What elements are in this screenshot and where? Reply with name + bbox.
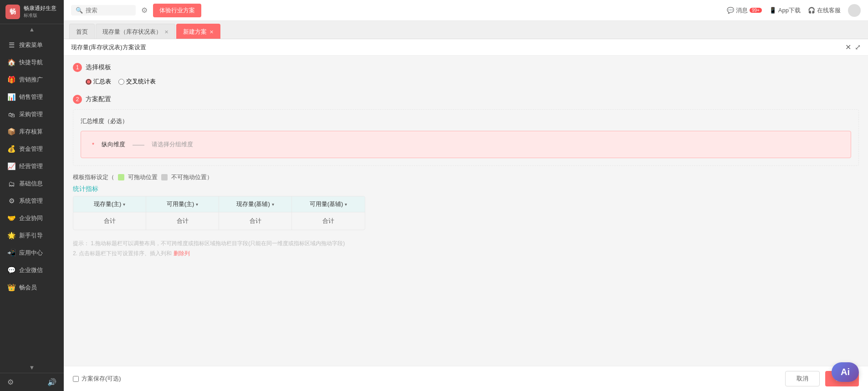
dimension-placeholder: 请选择分组维度 bbox=[152, 140, 193, 149]
sidebar-item-label: 系统管理 bbox=[19, 197, 43, 205]
sidebar-item-label: 基础信息 bbox=[19, 180, 43, 188]
sidebar-nav: ☰ 搜索菜单 🏠 快捷导航 🎁 营销推广 📊 销售管理 🛍 采购管理 📦 库存核… bbox=[0, 35, 64, 362]
sidebar-item-finance[interactable]: 💰 资金管理 bbox=[0, 140, 64, 158]
chart-icon: 📊 bbox=[7, 93, 15, 101]
sidebar-item-marketing[interactable]: 🎁 营销推广 bbox=[0, 71, 64, 88]
radio-crosstab[interactable]: 交叉统计表 bbox=[118, 77, 156, 86]
tab-inventory-status[interactable]: 现存量（库存状况表） ✕ bbox=[96, 24, 175, 39]
step2-section: 2 方案配置 汇总维度（必选） * 纵向维度 —— 请选择分组维度 bbox=[73, 95, 859, 258]
topbar-right: 💬 消息 99+ 📱 App下载 🎧 在线客服 bbox=[727, 4, 861, 17]
stats-col-1: 现存量(主) ▾ bbox=[73, 196, 146, 212]
sidebar-item-system[interactable]: ⚙ 系统管理 bbox=[0, 192, 64, 210]
star-icon: 🌟 bbox=[7, 232, 15, 240]
message-label: 消息 bbox=[736, 6, 748, 15]
template-select: 汇总表 交叉统计表 bbox=[86, 77, 859, 86]
chevron-down-icon: ▾ bbox=[196, 202, 198, 207]
sidebar-item-label: 新手引导 bbox=[19, 232, 43, 240]
folder-icon: 🗂 bbox=[7, 180, 15, 188]
stats-col-2-header[interactable]: 可用量(主) ▾ bbox=[146, 196, 219, 212]
radio-crosstab-label: 交叉统计表 bbox=[126, 77, 156, 86]
tab-inventory-status-label: 现存量（库存状况表） bbox=[102, 28, 162, 36]
sidebar-scroll-down[interactable]: ▼ bbox=[0, 362, 64, 373]
sidebar-item-wechat[interactable]: 💬 企业微信 bbox=[0, 262, 64, 279]
stats-col-2-label: 可用量(主) bbox=[167, 200, 194, 208]
trial-button[interactable]: 体验行业方案 bbox=[153, 4, 201, 17]
sidebar-item-label: 库存核算 bbox=[19, 128, 43, 136]
tab-new-scheme-close-icon[interactable]: ✕ bbox=[209, 29, 214, 35]
home-icon: 🏠 bbox=[7, 58, 15, 67]
dimension-row[interactable]: * 纵向维度 —— 请选择分组维度 bbox=[81, 131, 851, 158]
gear-icon[interactable]: ⚙ bbox=[141, 6, 148, 15]
sidebar-item-guide[interactable]: 🌟 新手引导 bbox=[0, 227, 64, 244]
step2-title: 方案配置 bbox=[86, 95, 111, 103]
message-badge: 99+ bbox=[750, 8, 762, 13]
settings-icon[interactable]: ⚙ bbox=[7, 378, 14, 386]
radio-summary[interactable]: 汇总表 bbox=[86, 77, 111, 86]
sidebar: 畅 畅康通好生意 标准版 ▲ ☰ 搜索菜单 🏠 快捷导航 🎁 营销推广 📊 销售… bbox=[0, 0, 64, 391]
sidebar-item-inventory[interactable]: 📦 库存核算 bbox=[0, 123, 64, 140]
save-checkbox-label: 方案保存(可选) bbox=[82, 375, 121, 383]
stats-col-2: 可用量(主) ▾ bbox=[146, 196, 219, 212]
indicator-section: 模板指标设定（ 可拖动位置 不可拖动位置） 统计指标 现存量( bbox=[73, 173, 859, 258]
sidebar-scroll-up[interactable]: ▲ bbox=[0, 24, 64, 35]
tabbar: 首页 现存量（库存状况表） ✕ 新建方案 ✕ bbox=[64, 21, 868, 39]
sidebar-item-search-menu[interactable]: ☰ 搜索菜单 bbox=[0, 36, 64, 54]
search-box[interactable]: 🔍 bbox=[71, 5, 136, 15]
stats-table: 现存量(主) ▾ 可用量(主) ▾ bbox=[73, 196, 365, 230]
handshake-icon: 🤝 bbox=[7, 214, 15, 222]
draggable-badge bbox=[118, 174, 124, 180]
wechat-icon: 💬 bbox=[7, 266, 15, 274]
stats-col-4-header[interactable]: 可用量(基辅) ▾ bbox=[292, 196, 365, 212]
dimension-config: 汇总维度（必选） * 纵向维度 —— 请选择分组维度 bbox=[73, 109, 859, 166]
search-menu-icon: ☰ bbox=[7, 41, 15, 49]
sidebar-item-label: 畅会员 bbox=[19, 283, 37, 292]
sidebar-item-operations[interactable]: 📈 经营管理 bbox=[0, 158, 64, 175]
sidebar-item-basic[interactable]: 🗂 基础信息 bbox=[0, 175, 64, 192]
save-checkbox[interactable] bbox=[73, 376, 79, 382]
app-download-button[interactable]: 📱 App下载 bbox=[769, 6, 801, 15]
cancel-button[interactable]: 取消 bbox=[785, 371, 820, 386]
sidebar-item-sales[interactable]: 📊 销售管理 bbox=[0, 88, 64, 106]
tab-home[interactable]: 首页 bbox=[69, 24, 95, 39]
service-button[interactable]: 🎧 在线客服 bbox=[808, 6, 841, 15]
stats-col-1-header[interactable]: 现存量(主) ▾ bbox=[73, 196, 146, 212]
stats-body-col-3-value: 合计 bbox=[219, 212, 291, 230]
radio-summary-input[interactable] bbox=[86, 79, 92, 85]
gear-icon: ⚙ bbox=[7, 197, 15, 205]
app-name: 畅康通好生意 bbox=[24, 5, 56, 12]
service-icon: 🎧 bbox=[808, 7, 815, 14]
service-label: 在线客服 bbox=[817, 6, 841, 15]
panel-close-button[interactable]: ✕ bbox=[845, 43, 851, 51]
sidebar-item-label: 企业微信 bbox=[19, 266, 43, 274]
sidebar-item-label: 采购管理 bbox=[19, 110, 43, 118]
tab-inventory-close-icon[interactable]: ✕ bbox=[164, 29, 168, 35]
sidebar-item-appstore[interactable]: 📲 应用中心 bbox=[0, 244, 64, 262]
dimension-dash: —— bbox=[133, 141, 144, 148]
tip-line-2: 2. 点击标题栏下拉可设置排序、插入列和 删除列 bbox=[73, 249, 859, 259]
tab-new-scheme-label: 新建方案 bbox=[183, 28, 207, 36]
tip-line-1: 提示： 1.拖动标题栏可以调整布局，不可跨维度或指标区域拖动栏目字段(只能在同一… bbox=[73, 239, 859, 249]
tab-new-scheme[interactable]: 新建方案 ✕ bbox=[176, 24, 220, 39]
sidebar-item-purchase[interactable]: 🛍 采购管理 bbox=[0, 106, 64, 123]
non-draggable-badge bbox=[161, 174, 168, 180]
message-button[interactable]: 💬 消息 99+ bbox=[727, 6, 762, 15]
tips-section: 提示： 1.拖动标题栏可以调整布局，不可跨维度或指标区域拖动栏目字段(只能在同一… bbox=[73, 239, 859, 258]
sidebar-item-quick-nav[interactable]: 🏠 快捷导航 bbox=[0, 54, 64, 71]
user-avatar[interactable] bbox=[848, 4, 861, 17]
topbar-left: 🔍 ⚙ 体验行业方案 bbox=[71, 4, 201, 17]
panel-expand-button[interactable]: ⤢ bbox=[855, 43, 861, 51]
stats-body-col-2: 合计 bbox=[146, 212, 219, 230]
radio-crosstab-input[interactable] bbox=[118, 79, 124, 85]
non-draggable-label: 不可拖动位置） bbox=[171, 173, 213, 181]
stats-col-3-header[interactable]: 现存量(基辅) ▾ bbox=[219, 196, 291, 212]
sidebar-item-member[interactable]: 👑 畅会员 bbox=[0, 279, 64, 296]
stats-col-4-label: 可用量(基辅) bbox=[310, 200, 343, 208]
sound-icon[interactable]: 🔊 bbox=[47, 378, 56, 386]
stats-col-4: 可用量(基辅) ▾ bbox=[292, 196, 365, 212]
step1-title: 选择模板 bbox=[86, 63, 111, 72]
sidebar-item-coop[interactable]: 🤝 企业协同 bbox=[0, 210, 64, 227]
save-checkbox-area[interactable]: 方案保存(可选) bbox=[73, 375, 121, 383]
search-input[interactable] bbox=[86, 7, 131, 14]
message-icon: 💬 bbox=[727, 7, 734, 14]
ai-badge[interactable]: Ai bbox=[832, 362, 859, 382]
